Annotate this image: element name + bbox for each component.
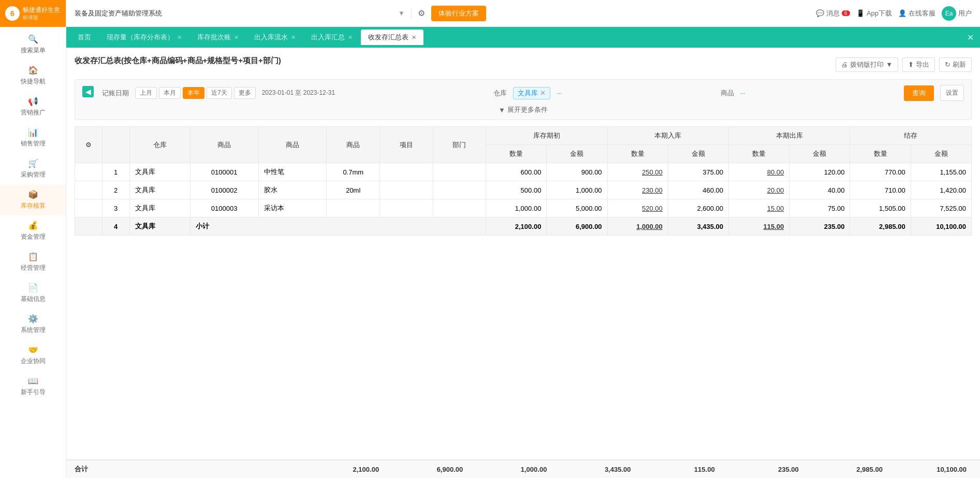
app-subtitle: 标准版 <box>23 14 60 21</box>
tab-batch-ledger[interactable]: 库存批次账✕ <box>190 30 246 45</box>
cell-out-qty-0[interactable]: 80.00 <box>729 163 789 181</box>
th-balance-amt: 金额 <box>911 145 971 163</box>
sidebar: 6 畅捷通好生意 标准版 🔍搜索菜单🏠快捷导航📢营销推广📊销售管理🛒采购管理📦库… <box>0 0 66 478</box>
sidebar-item-basic-info[interactable]: 📄基础信息 <box>0 278 66 309</box>
cell-no-0: 1 <box>102 163 129 181</box>
tab-close-in-out-flow[interactable]: ✕ <box>291 34 296 41</box>
sidebar-item-operations[interactable]: 📋经营管理 <box>0 247 66 278</box>
tab-close-recv-send-summary[interactable]: ✕ <box>412 34 416 41</box>
print-dropdown-icon: ▼ <box>886 61 893 68</box>
warehouse-more[interactable]: ··· <box>557 90 562 97</box>
cell-project-0 <box>380 163 433 181</box>
tab-close-batch-ledger[interactable]: ✕ <box>234 34 239 41</box>
app-download-btn[interactable]: 📱 App下载 <box>856 9 892 18</box>
refresh-icon: ↻ <box>945 61 950 68</box>
date-range: 2023-01-01 至 2023-12-31 <box>262 89 335 97</box>
logo-icon: 6 <box>5 6 20 21</box>
sidebar-label-sales: 销售管理 <box>21 139 46 148</box>
page-title: 收发存汇总表(按仓库+商品编码+商品+规格型号+项目+部门) <box>75 56 281 66</box>
message-btn[interactable]: 💬 消息 6 <box>816 9 850 18</box>
sidebar-label-marketing: 营销推广 <box>21 108 46 117</box>
sidebar-item-inventory[interactable]: 📦库存核算 <box>0 184 66 215</box>
sidebar-item-finance[interactable]: 💰资金管理 <box>0 215 66 247</box>
cell-out-qty-2[interactable]: 15.00 <box>729 199 789 218</box>
warehouse-tag[interactable]: 文具库 ✕ <box>513 87 550 99</box>
tab-label-stock-dist: 现存量（库存分布表） <box>107 33 174 42</box>
query-button[interactable]: 查询 <box>904 85 934 101</box>
sidebar-item-system[interactable]: ⚙️系统管理 <box>0 309 66 340</box>
cell-in-qty-0[interactable]: 250.00 <box>607 163 668 181</box>
close-all-tabs-btn[interactable]: ✕ <box>965 31 976 45</box>
sidebar-item-guide[interactable]: 📖新手引导 <box>0 371 66 402</box>
subtotal-label: 小计 <box>190 218 486 236</box>
sidebar-logo: 6 畅捷通好生意 标准版 <box>0 0 66 27</box>
dropdown-icon[interactable]: ▼ <box>398 9 405 17</box>
filter-bar: ◀ 记账日期 上月本月本年近7天更多 2023-01-01 至 2023-12-… <box>75 79 972 120</box>
cell-settings-0 <box>75 163 103 181</box>
tab-in-out-summary[interactable]: 出入库汇总✕ <box>304 30 360 45</box>
tab-label-home: 首页 <box>78 33 91 42</box>
tab-stock-dist[interactable]: 现存量（库存分布表）✕ <box>99 30 189 45</box>
cell-in-qty-2[interactable]: 520.00 <box>607 199 668 218</box>
app-title: 畅捷通好生意 <box>23 6 60 15</box>
total-out-amt: 235.00 <box>720 466 804 473</box>
tab-in-out-flow[interactable]: 出入库流水✕ <box>247 30 303 45</box>
table-row: 1 文具库 0100001 中性笔 0.7mm 600.00 900.00 25… <box>75 163 972 181</box>
date-btn-本月[interactable]: 本月 <box>159 87 181 99</box>
tab-recv-send-summary[interactable]: 收发存汇总表✕ <box>361 30 423 45</box>
sidebar-item-collab[interactable]: 🤝企业协同 <box>0 340 66 371</box>
date-btn-近7天[interactable]: 近7天 <box>207 87 232 99</box>
th-settings[interactable]: ⚙ <box>75 127 103 163</box>
app-download-label: App下载 <box>867 9 892 18</box>
cell-in-qty-1[interactable]: 230.00 <box>607 181 668 199</box>
subtotal-out-qty[interactable]: 115.00 <box>729 218 789 236</box>
cell-dept-2 <box>433 199 486 218</box>
cell-out-amt-2: 75.00 <box>789 199 850 218</box>
sidebar-icon-guide: 📖 <box>28 376 38 386</box>
sidebar-item-sales[interactable]: 📊销售管理 <box>0 122 66 153</box>
filter-settings-btn[interactable]: 设置 <box>940 85 964 101</box>
subtotal-warehouse: 文具库 <box>129 218 190 236</box>
online-service-label: 在线客服 <box>909 9 935 18</box>
tab-label-in-out-flow: 出入库流水 <box>254 33 288 42</box>
sidebar-item-search[interactable]: 🔍搜索菜单 <box>0 29 66 60</box>
subtotal-balance-amt: 10,100.00 <box>911 218 971 236</box>
sidebar-nav: 🔍搜索菜单🏠快捷导航📢营销推广📊销售管理🛒采购管理📦库存核算💰资金管理📋经营管理… <box>0 27 66 478</box>
cell-project-2 <box>380 199 433 218</box>
warehouse-tag-close[interactable]: ✕ <box>540 89 546 97</box>
sidebar-icon-basic-info: 📄 <box>28 283 38 293</box>
filter-expand-icon[interactable]: ◀ <box>82 86 94 97</box>
goods-more[interactable]: ··· <box>740 90 745 97</box>
content-area: 收发存汇总表(按仓库+商品编码+商品+规格型号+项目+部门) 🖨 拨销版打印 ▼… <box>66 48 980 459</box>
export-btn[interactable]: ⬆ 导出 <box>902 57 935 72</box>
cell-out-qty-1[interactable]: 20.00 <box>729 181 789 199</box>
expand-more-btn[interactable]: ▼ 展开更多条件 <box>82 105 964 114</box>
date-btn-本年[interactable]: 本年 <box>183 87 204 99</box>
sidebar-item-marketing[interactable]: 📢营销推广 <box>0 91 66 122</box>
online-service-btn[interactable]: 👤 在线客服 <box>898 9 935 18</box>
subtotal-row: 4 文具库 小计 2,100.00 6,900.00 1,000.00 3,43… <box>75 218 972 236</box>
total-out-qty: 115.00 <box>636 466 720 473</box>
experience-btn[interactable]: 体验行业方案 <box>431 6 486 21</box>
refresh-btn[interactable]: ↻ 刷新 <box>939 57 972 72</box>
subtotal-in-qty[interactable]: 1,000.00 <box>607 218 668 236</box>
cell-opening-qty-2: 1,000.00 <box>486 199 547 218</box>
print-btn[interactable]: 🖨 拨销版打印 ▼ <box>836 57 898 72</box>
date-btn-上月[interactable]: 上月 <box>135 87 157 99</box>
tab-close-stock-dist[interactable]: ✕ <box>177 34 182 41</box>
sidebar-item-purchase[interactable]: 🛒采购管理 <box>0 153 66 184</box>
tab-close-in-out-summary[interactable]: ✕ <box>348 34 353 41</box>
th-no <box>102 127 129 163</box>
sidebar-item-quick-nav[interactable]: 🏠快捷导航 <box>0 60 66 91</box>
date-label: 记账日期 <box>102 89 129 98</box>
date-btn-更多[interactable]: 更多 <box>234 87 256 99</box>
user-btn[interactable]: Ea 用户 <box>942 6 972 21</box>
cell-out-amt-1: 40.00 <box>789 181 850 199</box>
cell-code-0: 0100001 <box>190 163 258 181</box>
tab-home[interactable]: 首页 <box>70 30 98 45</box>
topbar: 装备及固定资产辅助管理系统 ▼ ⚙ 体验行业方案 💬 消息 6 📱 App下载 … <box>66 0 980 27</box>
cell-out-amt-0: 120.00 <box>789 163 850 181</box>
tab-label-batch-ledger: 库存批次账 <box>197 33 231 42</box>
settings-icon[interactable]: ⚙ <box>418 8 425 18</box>
subtotal-settings <box>75 218 103 236</box>
